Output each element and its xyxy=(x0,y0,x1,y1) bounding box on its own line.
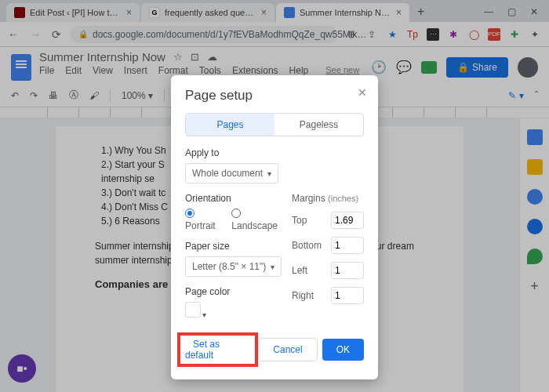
apply-to-select[interactable]: Whole document xyxy=(185,163,278,183)
margin-right-label: Right xyxy=(292,290,331,301)
margins-label: Margins (inches) xyxy=(292,193,364,204)
page-setup-dialog: ✕ Page setup Pages Pageless Apply to Who… xyxy=(171,75,378,379)
margin-bottom-label: Bottom xyxy=(292,240,331,251)
dialog-title: Page setup xyxy=(185,88,364,103)
margin-top-label: Top xyxy=(292,215,331,226)
paper-size-select[interactable]: Letter (8.5" × 11") xyxy=(185,256,282,277)
highlight-annotation: Set as default xyxy=(177,332,258,367)
ok-button[interactable]: OK xyxy=(322,339,364,361)
margin-right-input[interactable] xyxy=(331,287,364,304)
margin-left-label: Left xyxy=(292,265,331,276)
margin-bottom-input[interactable] xyxy=(331,237,364,254)
dialog-tabs: Pages Pageless xyxy=(185,113,364,136)
apply-to-label: Apply to xyxy=(185,147,364,158)
cancel-button[interactable]: Cancel xyxy=(258,338,317,361)
radio-landscape[interactable]: Landscape xyxy=(231,209,282,231)
paper-size-label: Paper size xyxy=(185,241,282,252)
radio-portrait[interactable]: Portrait xyxy=(185,209,222,231)
page-color-label: Page color xyxy=(185,286,282,297)
close-icon[interactable]: ✕ xyxy=(358,86,367,99)
margin-top-input[interactable] xyxy=(331,212,364,229)
set-as-default-button[interactable]: Set as default xyxy=(185,332,221,367)
tab-pages[interactable]: Pages xyxy=(186,114,274,136)
orientation-label: Orientation xyxy=(185,193,282,204)
tab-pageless[interactable]: Pageless xyxy=(274,114,363,136)
margin-left-input[interactable] xyxy=(331,262,364,279)
page-color-picker[interactable] xyxy=(185,302,201,318)
